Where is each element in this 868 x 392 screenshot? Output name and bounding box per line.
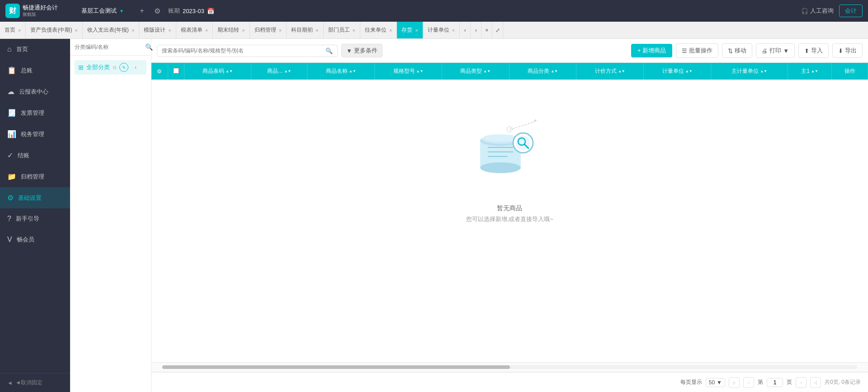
logo-icon: 财 [5, 4, 20, 18]
tab-close-icon[interactable]: × [415, 28, 418, 33]
sort-arrows-code[interactable]: ▲▼ [284, 70, 291, 73]
tab-prev-button[interactable]: ‹ [460, 22, 471, 39]
calendar-icon[interactable]: 📅 [207, 8, 214, 14]
sort-arrows-type[interactable]: ▲▼ [483, 70, 491, 73]
tab-label: 资产负债表(中期) [30, 26, 72, 34]
period-label: 账期 [168, 7, 180, 15]
tab-expand-button[interactable]: ⤢ [492, 22, 503, 39]
export-button[interactable]: ⬇ 导出 [832, 43, 863, 58]
sidebar-item-guide[interactable]: ? 新手引导 [0, 208, 70, 229]
sidebar-item-tax[interactable]: 📊 税务管理 [0, 123, 70, 145]
sidebar-item-checkout[interactable]: ✓ 结账 [0, 145, 70, 166]
next-page-button[interactable]: › [796, 377, 807, 388]
add-product-button[interactable]: + 新增商品 [631, 44, 672, 57]
tab-close-icon[interactable]: × [242, 28, 245, 33]
product-search-icon[interactable]: 🔍 [326, 47, 333, 54]
filter-button[interactable]: ▼ 更多条件 [341, 44, 382, 57]
sort-arrows-name[interactable]: ▲▼ [349, 70, 356, 73]
sort-arrows-barcode[interactable]: ▲▼ [226, 70, 233, 73]
category-search-input[interactable] [75, 44, 142, 50]
tab-close-icon[interactable]: × [389, 28, 392, 33]
tab-archive-mgmt[interactable]: 归档管理 × [250, 22, 287, 39]
th-category: 商品分类▲▼ [509, 63, 576, 80]
account-button[interactable]: 会计 [839, 5, 863, 17]
per-page-value: 50 [709, 379, 715, 386]
tab-dept-staff[interactable]: 部门员工 × [324, 22, 360, 39]
sort-arrows-main2[interactable]: ▲▼ [811, 70, 818, 73]
per-page-label: 每页显示 [680, 378, 702, 386]
per-page-select[interactable]: 50 ▼ [706, 378, 725, 387]
member-icon: V [7, 236, 12, 244]
select-all-checkbox[interactable] [173, 68, 179, 74]
prev-page-button[interactable]: ‹ [743, 377, 754, 388]
app-version: 旗舰版 [23, 11, 58, 18]
category-all-item[interactable]: ⊞ 全部分类 ⊙ ✎ ‹ [75, 60, 146, 75]
sort-arrows-category[interactable]: ▲▼ [551, 70, 558, 73]
sidebar-item-reports[interactable]: ☁ 云报表中心 [0, 81, 70, 102]
scroll-thumb [162, 365, 510, 369]
tab-subject-init[interactable]: 科目期初 × [287, 22, 323, 39]
tab-inventory[interactable]: 存货 × [397, 22, 423, 39]
th-settings[interactable]: ⚙ [151, 63, 168, 80]
tab-template-design[interactable]: 模版设计 × [139, 22, 176, 39]
sidebar-pin-toggle[interactable]: ◄ ◄取消固定 [0, 373, 70, 392]
top-header: 财 畅捷通好会计 旗舰版 基层工会测试 ▼ + ⚙ 账期 2023-03 📅 🎧… [0, 0, 868, 22]
last-page-button[interactable]: ›| [810, 377, 821, 388]
tab-close-icon[interactable]: × [205, 28, 208, 33]
consult-button[interactable]: 🎧 人工咨询 [801, 7, 834, 15]
tab-close-icon[interactable]: × [75, 28, 77, 33]
tab-next-button[interactable]: › [471, 22, 481, 39]
tab-close-icon[interactable]: × [279, 28, 282, 33]
sort-arrows-unit[interactable]: ▲▼ [685, 70, 693, 73]
sidebar-item-home[interactable]: ⌂ 首页 [0, 39, 70, 60]
print-button[interactable]: 🖨 打印 ▼ [756, 43, 795, 58]
tab-balance-sheet[interactable]: 资产负债表(中期) × [26, 22, 82, 39]
first-page-button[interactable]: |‹ [729, 377, 740, 388]
tab-close-icon[interactable]: × [18, 28, 21, 33]
page-input[interactable] [767, 378, 783, 387]
tab-measure-unit[interactable]: 计量单位 × [423, 22, 460, 39]
tab-close-icon[interactable]: × [452, 28, 455, 33]
sidebar-item-ledger[interactable]: 📋 总账 [0, 60, 70, 81]
category-edit-button[interactable]: ✎ [119, 63, 128, 72]
th-code: 商品...▲▼ [251, 63, 307, 80]
settings-button[interactable]: ⚙ [151, 5, 164, 17]
th-checkbox[interactable] [168, 63, 184, 80]
import-button[interactable]: ⬆ 导入 [798, 43, 829, 58]
tab-close-icon[interactable]: × [353, 28, 355, 33]
sidebar-label-invoice: 发票管理 [21, 109, 44, 117]
guide-icon: ? [7, 215, 11, 223]
add-tab-button[interactable]: + [136, 5, 148, 17]
invoice-icon: 🧾 [7, 109, 16, 117]
sidebar-item-settings[interactable]: ⚙ 基础设置 [0, 187, 70, 208]
tab-label: 收入支出表(年报) [87, 26, 129, 34]
sort-arrows-main-unit[interactable]: ▲▼ [760, 70, 767, 73]
sidebar-item-invoice[interactable]: 🧾 发票管理 [0, 102, 70, 123]
tab-close-icon[interactable]: × [132, 28, 134, 33]
tab-close-icon[interactable]: × [168, 28, 171, 33]
batch-ops-button[interactable]: ☰ 批量操作 [676, 43, 718, 58]
horizontal-scrollbar[interactable] [162, 365, 857, 369]
tab-income-statement[interactable]: 收入支出表(年报) × [83, 22, 139, 39]
tab-close-all-button[interactable]: × [481, 22, 492, 39]
sidebar-label-settings: 基础设置 [18, 194, 42, 202]
sidebar-item-member[interactable]: V 畅会员 [0, 229, 70, 250]
company-selector[interactable]: 基层工会测试 ▼ [78, 5, 127, 17]
import-icon: ⬆ [804, 47, 809, 54]
move-button[interactable]: ⇅ 移动 [722, 43, 752, 58]
tab-close-icon[interactable]: × [316, 28, 318, 33]
tab-homepage[interactable]: 首页 × [0, 22, 26, 39]
tab-counterpart[interactable]: 往来单位 × [360, 22, 397, 39]
app-name: 畅捷通好会计 [23, 4, 58, 11]
product-search-input[interactable] [162, 47, 323, 54]
sort-arrows-price-method[interactable]: ▲▼ [618, 70, 625, 73]
tab-period-transfer[interactable]: 期末结转 × [213, 22, 250, 39]
tab-tax-list[interactable]: 税表清单 × [176, 22, 213, 39]
move-icon: ⇅ [728, 47, 733, 54]
category-collapse-button[interactable]: ‹ [131, 63, 140, 72]
tab-label: 往来单位 [365, 26, 387, 34]
empty-svg [464, 116, 555, 188]
sort-arrows-spec[interactable]: ▲▼ [416, 70, 424, 73]
sidebar-item-archive[interactable]: 📁 归档管理 [0, 166, 70, 187]
page-total: 共0页, 0条记录 [825, 378, 861, 386]
